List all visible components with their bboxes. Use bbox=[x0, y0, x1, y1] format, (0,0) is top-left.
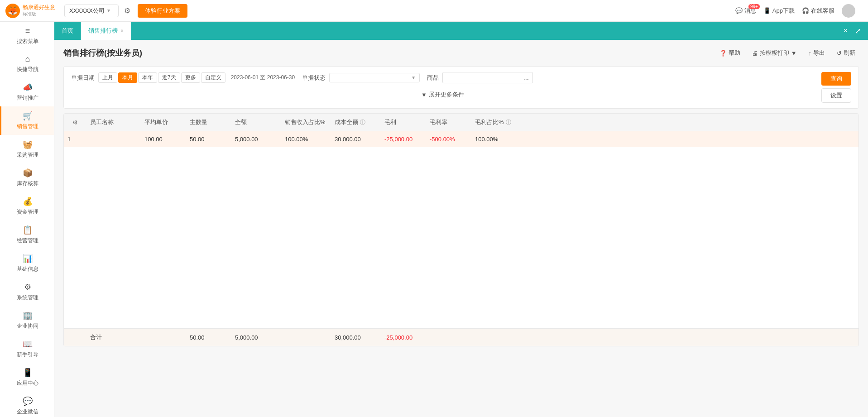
trial-button[interactable]: 体验行业方案 bbox=[138, 4, 187, 18]
filter-action-buttons: 查询 设置 bbox=[814, 72, 851, 103]
date-btn-more[interactable]: 更多 bbox=[181, 72, 200, 83]
tab-home[interactable]: 首页 bbox=[54, 22, 81, 40]
finance-icon: 💰 bbox=[23, 197, 33, 206]
help-button[interactable]: ❓ 帮助 bbox=[716, 47, 744, 59]
chevron-down-icon: ▼ bbox=[106, 8, 111, 13]
th-gross: 毛利 bbox=[381, 114, 426, 131]
date-btn-7days[interactable]: 近7天 bbox=[158, 72, 180, 83]
export-label: 导出 bbox=[813, 49, 825, 57]
sidebar-item-new-guide[interactable]: 📖 新手引导 bbox=[0, 335, 54, 363]
th-sales-pct-label: 销售收入占比% bbox=[285, 118, 326, 126]
table-footer: 合计 50.00 5,000.00 30,000.00 -25,000.00 bbox=[64, 328, 858, 346]
tab-maximize-icon[interactable]: ⤢ bbox=[853, 25, 863, 37]
tf-gross-pct-empty bbox=[471, 329, 517, 346]
table-row: 1 100.00 50.00 5,000.00 100.00% 30,000.0… bbox=[64, 131, 858, 147]
sidebar-item-base-info[interactable]: 📊 基础信息 bbox=[0, 249, 54, 278]
sidebar-item-label: 企业协同 bbox=[17, 322, 38, 330]
sidebar-item-search-order[interactable]: ≡ 搜索菜单 bbox=[0, 22, 54, 50]
tf-qty: 50.00 bbox=[186, 329, 231, 346]
tf-avg-price-empty bbox=[141, 329, 186, 346]
td-gross-pct: 100.00% bbox=[471, 131, 517, 147]
sidebar-item-app-center[interactable]: 📱 应用中心 bbox=[0, 363, 54, 392]
query-button[interactable]: 查询 bbox=[821, 72, 851, 86]
status-chevron-icon: ▼ bbox=[411, 75, 416, 80]
tf-amount: 5,000.00 bbox=[231, 329, 281, 346]
sidebar-item-enterprise-collab[interactable]: 🏢 企业协同 bbox=[0, 306, 54, 335]
sidebar-item-enterprise-wechat[interactable]: 💬 企业微信 bbox=[0, 392, 54, 417]
print-button[interactable]: 🖨 按模板打印 ▼ bbox=[748, 47, 801, 59]
table-settings-icon[interactable]: ⚙ bbox=[72, 119, 78, 126]
avatar[interactable] bbox=[842, 4, 855, 18]
th-extra bbox=[517, 114, 858, 131]
sidebar-item-purchase-mgmt[interactable]: 🧺 采购管理 bbox=[0, 135, 54, 163]
tf-extra bbox=[517, 329, 858, 346]
th-name-label: 员工名称 bbox=[90, 118, 114, 126]
th-settings: ⚙ bbox=[64, 114, 86, 131]
online-service-btn[interactable]: 🎧 在线客服 bbox=[802, 7, 834, 15]
page-actions: ❓ 帮助 🖨 按模板打印 ▼ ↑ 导出 bbox=[716, 47, 859, 59]
top-right-actions: 💬 消息 99+ 📱 App下载 🎧 在线客服 bbox=[735, 4, 863, 18]
top-settings-icon[interactable]: ⚙ bbox=[122, 5, 132, 17]
th-avg-price: 平均单价 bbox=[141, 114, 186, 131]
date-btn-last-month[interactable]: 上月 bbox=[98, 72, 117, 83]
td-rank: 1 bbox=[64, 131, 86, 147]
help-icon: ❓ bbox=[719, 50, 727, 57]
td-gross: -25,000.00 bbox=[381, 131, 426, 147]
goods-input[interactable]: … bbox=[442, 72, 533, 83]
date-btn-custom[interactable]: 自定义 bbox=[201, 72, 225, 83]
app-download-icon: 📱 bbox=[763, 7, 771, 14]
top-bar: 🦊 畅康通好生意 标准版 XXXXXX公司 ▼ ⚙ 体验行业方案 💬 消息 99… bbox=[0, 0, 868, 22]
refresh-button[interactable]: ↺ 刷新 bbox=[833, 47, 859, 59]
td-qty: 50.00 bbox=[186, 131, 231, 147]
th-gross-rate: 毛利率 bbox=[426, 114, 471, 131]
home-icon: ⌂ bbox=[25, 54, 30, 64]
message-btn[interactable]: 💬 消息 99+ bbox=[735, 7, 756, 15]
th-gross-label: 毛利 bbox=[384, 118, 396, 126]
company-selector[interactable]: XXXXXX公司 ▼ bbox=[64, 5, 119, 17]
tab-sales-ranking[interactable]: 销售排行榜 × bbox=[81, 22, 131, 40]
export-button[interactable]: ↑ 导出 bbox=[805, 47, 829, 59]
sidebar-item-label: 快捷导航 bbox=[17, 66, 38, 73]
gross-pct-info-icon[interactable]: ⓘ bbox=[506, 119, 511, 126]
sidebar-item-operations[interactable]: 📋 经营管理 bbox=[0, 220, 54, 249]
filter-settings-button[interactable]: 设置 bbox=[821, 88, 851, 103]
date-btn-this-month[interactable]: 本月 bbox=[118, 72, 137, 83]
sidebar-item-finance[interactable]: 💰 资金管理 bbox=[0, 192, 54, 220]
status-select[interactable]: ▼ bbox=[329, 73, 420, 82]
sys-mgmt-icon: ⚙ bbox=[24, 282, 31, 292]
sidebar-item-quick-nav[interactable]: ⌂ 快捷导航 bbox=[0, 50, 54, 78]
message-badge: 99+ bbox=[748, 4, 760, 9]
tf-cost: 30,000.00 bbox=[331, 329, 381, 346]
status-filter-item: 单据状态 ▼ bbox=[302, 73, 420, 82]
sidebar-item-label: 销售管理 bbox=[17, 123, 38, 130]
th-sales-pct: 销售收入占比% bbox=[281, 114, 331, 131]
main-area: ≡ 搜索菜单 ⌂ 快捷导航 📣 营销推广 🛒 销售管理 🧺 采购管理 📦 库 bbox=[0, 22, 868, 417]
table-header: ⚙ 员工名称 平均单价 主数量 bbox=[64, 114, 858, 131]
collab-icon: 🏢 bbox=[23, 311, 33, 321]
sidebar-item-marketing[interactable]: 📣 营销推广 bbox=[0, 78, 54, 106]
sidebar-item-label: 新手引导 bbox=[17, 351, 38, 359]
expand-more-btn[interactable]: ▼ 展开更多条件 bbox=[421, 91, 464, 99]
tab-close-window-icon[interactable]: × bbox=[842, 25, 849, 37]
app-download-btn[interactable]: 📱 App下载 bbox=[763, 7, 795, 15]
wechat-icon: 💬 bbox=[23, 396, 33, 406]
filter-row-1: 单据日期 上月 本月 本年 近7天 更多 自定义 bbox=[71, 72, 814, 83]
operations-icon: 📋 bbox=[23, 225, 33, 235]
sidebar-item-sales-mgmt[interactable]: 🛒 销售管理 bbox=[0, 106, 54, 135]
tf-empty bbox=[64, 329, 86, 346]
date-btn-this-year[interactable]: 本年 bbox=[138, 72, 157, 83]
tab-close-icon[interactable]: × bbox=[120, 28, 124, 34]
filter-main-row: 单据日期 上月 本月 本年 近7天 更多 自定义 bbox=[71, 72, 851, 103]
expand-row: ▼ 展开更多条件 bbox=[71, 87, 814, 99]
tab-active-label: 销售排行榜 bbox=[88, 27, 118, 35]
th-cost-label: 成本全额 bbox=[335, 118, 358, 126]
sidebar-item-sys-mgmt[interactable]: ⚙ 系统管理 bbox=[0, 278, 54, 306]
cost-info-icon[interactable]: ⓘ bbox=[360, 119, 365, 126]
refresh-label: 刷新 bbox=[844, 49, 855, 57]
tab-bar: 首页 销售排行榜 × × ⤢ bbox=[54, 22, 868, 40]
sidebar-item-label: 资金管理 bbox=[17, 208, 38, 216]
sidebar-item-inventory[interactable]: 📦 库存核算 bbox=[0, 163, 54, 192]
logo-icon: 🦊 bbox=[5, 4, 20, 18]
content-area: 首页 销售排行榜 × × ⤢ 销售排行榜(按业务员) bbox=[54, 22, 868, 417]
page-title-row: 销售排行榜(按业务员) ❓ 帮助 🖨 按模板打印 ▼ bbox=[63, 47, 859, 59]
